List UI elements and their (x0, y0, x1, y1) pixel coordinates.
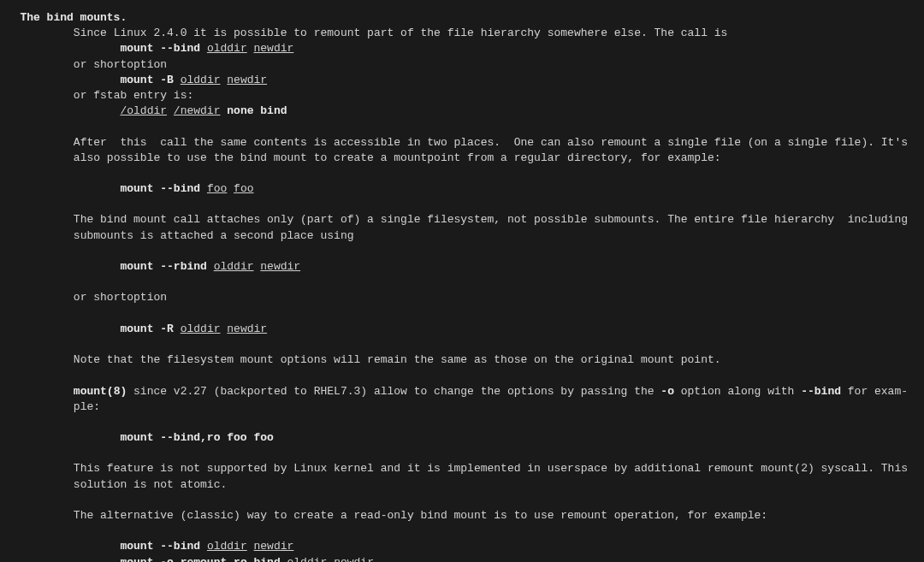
cmd-indent (0, 540, 120, 553)
cmd-prog: mount (120, 42, 153, 55)
cmd-opt: --bind (160, 182, 200, 195)
cmd-indent (0, 556, 120, 562)
para (0, 151, 74, 164)
text: This feature is not supported by Linux k… (74, 462, 908, 475)
text: or fstab entry is: (74, 89, 193, 102)
cmd-indent (0, 104, 120, 117)
cmd-line: mount --bind,ro foo foo (120, 431, 273, 444)
para (0, 291, 74, 304)
cmd-indent (0, 182, 120, 195)
cmd-arg: olddir (181, 322, 221, 335)
cmd-arg: newdir (227, 74, 267, 86)
text: solution is not atomic. (74, 478, 227, 491)
cmd-opt: --rbind (160, 260, 207, 273)
cmd-prog: mount (120, 182, 153, 195)
cmd-arg: olddir (207, 540, 247, 553)
para (0, 136, 74, 149)
para (0, 229, 74, 242)
cmd-opt: -o remount,ro,bind (160, 556, 280, 562)
cmd-arg: olddir (181, 74, 221, 86)
cmd-arg: foo (207, 182, 227, 195)
para (0, 58, 74, 71)
text: or shortoption (74, 291, 167, 304)
cmd-prog: mount (120, 74, 153, 86)
cmd-indent (0, 74, 120, 86)
text: also possible to use the bind mount to c… (74, 151, 721, 164)
cmd-arg: newdir (334, 556, 374, 562)
fstab-arg: /olddir (120, 104, 167, 117)
cmd-opt: -R (160, 322, 174, 335)
para (0, 462, 74, 475)
para (0, 353, 74, 366)
opt: -o (660, 385, 674, 398)
cmd-indent (0, 431, 120, 444)
text: for exam- (841, 385, 908, 398)
text: or shortoption (74, 58, 167, 71)
text: option along with (674, 385, 801, 398)
cmd-opt: -B (160, 74, 174, 86)
cmd-arg: newdir (254, 540, 294, 553)
cmd-indent (0, 42, 120, 55)
para (0, 509, 74, 522)
text: submounts is attached a second place usi… (74, 229, 354, 242)
cmd-opt: --bind (160, 540, 200, 553)
text: since v2.27 (backported to RHEL7.3) allo… (127, 385, 660, 398)
manpage-body: The bind mounts. Since Linux 2.4.0 it is… (0, 0, 924, 562)
text: The alternative (classic) way to create … (74, 509, 767, 522)
cmd-prog: mount (120, 322, 153, 335)
fstab-arg: /newdir (174, 104, 221, 117)
cmd-arg: olddir (287, 556, 328, 562)
para (0, 89, 74, 102)
text: Since Linux 2.4.0 it is possible to remo… (74, 27, 728, 39)
cmd-arg: newdir (254, 42, 294, 55)
para (0, 213, 74, 226)
indent (0, 11, 20, 24)
cmd-indent (0, 322, 120, 335)
cmd-arg: foo (234, 182, 253, 195)
opt: --bind (801, 385, 841, 398)
section-title: The bind mounts. (20, 11, 127, 24)
text: The bind mount call attaches only (part … (74, 213, 908, 226)
cmd-opt: --bind (160, 42, 200, 55)
text: After this call the same contents is acc… (74, 136, 908, 149)
cmd-prog: mount (120, 260, 153, 273)
cmd-arg: olddir (207, 42, 247, 55)
para (0, 27, 74, 39)
cmd-arg: newdir (227, 322, 267, 335)
para (0, 400, 74, 413)
cmd-prog: mount (120, 556, 153, 562)
para (0, 385, 74, 398)
cmd-prog: mount (120, 540, 153, 553)
man-ref: mount(8) (74, 385, 127, 398)
cmd-arg: newdir (260, 260, 300, 273)
text: Note that the filesystem mount options w… (74, 353, 721, 366)
para (0, 478, 74, 491)
text: ple: (74, 400, 100, 413)
cmd-indent (0, 260, 120, 273)
cmd-arg: olddir (214, 260, 254, 273)
fstab-rest: none bind (227, 104, 287, 117)
